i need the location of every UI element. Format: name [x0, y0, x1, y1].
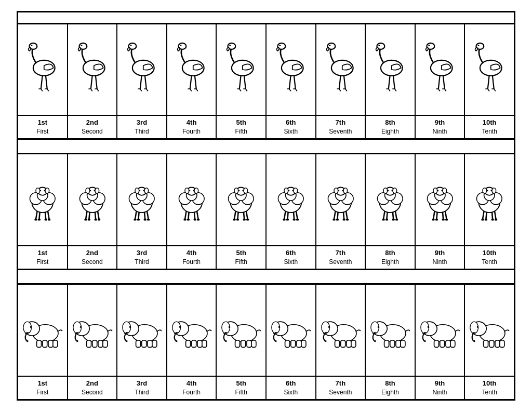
label-cell-6: 6thSixth	[267, 377, 316, 399]
animal-cell-3	[117, 285, 167, 376]
svg-rect-219	[495, 218, 497, 220]
label-cell-4: 4thFourth	[167, 116, 217, 138]
animal-cell-9	[416, 285, 466, 376]
label-cell-6: 6thSixth	[267, 116, 316, 138]
label-cell-5: 5thFifth	[217, 377, 267, 399]
label-cell-4: 4thFourth	[167, 246, 217, 269]
animal-cell-2	[68, 285, 118, 376]
svg-point-175	[393, 188, 397, 193]
svg-rect-297	[489, 340, 494, 347]
svg-rect-256	[235, 340, 240, 347]
svg-line-215	[495, 211, 496, 219]
svg-rect-64	[38, 218, 41, 220]
svg-point-143	[292, 190, 294, 191]
svg-line-28	[289, 75, 291, 89]
svg-rect-97	[134, 218, 137, 220]
svg-line-198	[445, 211, 447, 219]
svg-line-49	[493, 75, 494, 89]
animal-cell-4	[167, 24, 217, 115]
animal-cell-9	[416, 24, 466, 115]
animal-cell-5	[217, 154, 267, 245]
svg-line-39	[393, 75, 395, 89]
svg-line-24	[244, 75, 246, 89]
svg-rect-250	[197, 340, 202, 347]
svg-line-145	[287, 212, 288, 219]
svg-line-94	[139, 212, 139, 219]
svg-point-92	[143, 190, 145, 191]
svg-line-164	[346, 211, 348, 219]
animal-cell-6	[267, 285, 316, 376]
svg-point-194	[441, 190, 443, 191]
svg-line-60	[39, 212, 39, 219]
svg-rect-227	[53, 340, 58, 347]
svg-rect-298	[495, 340, 500, 347]
animal-cell-7	[316, 285, 366, 376]
svg-point-75	[94, 190, 95, 191]
svg-line-19	[195, 75, 196, 89]
svg-rect-201	[442, 218, 444, 220]
animal-cell-8	[366, 285, 416, 376]
svg-rect-283	[401, 340, 405, 347]
label-cell-1: 1stFirst	[18, 116, 68, 138]
svg-rect-115	[187, 218, 190, 220]
svg-line-212	[483, 211, 484, 219]
svg-rect-291	[450, 340, 455, 347]
svg-rect-82	[94, 218, 97, 220]
svg-point-109	[193, 190, 194, 191]
svg-line-146	[294, 212, 294, 219]
label-cell-1: 1stFirst	[18, 246, 68, 269]
svg-line-162	[337, 212, 338, 219]
svg-line-130	[246, 211, 248, 219]
svg-line-180	[393, 212, 393, 219]
svg-rect-148	[283, 218, 285, 220]
svg-rect-296	[484, 340, 488, 347]
svg-rect-264	[285, 340, 290, 347]
svg-rect-149	[286, 218, 289, 220]
svg-point-141	[294, 188, 298, 193]
svg-rect-217	[485, 218, 487, 220]
label-cell-10: 10thTenth	[465, 377, 514, 399]
svg-rect-265	[291, 340, 296, 347]
animal-cell-3	[117, 154, 167, 245]
svg-rect-258	[247, 340, 251, 347]
svg-rect-134	[246, 218, 249, 220]
svg-rect-274	[347, 340, 351, 347]
flamingo-label-row: 1stFirst2ndSecond3rdThird4thFourth5thFif…	[18, 116, 514, 138]
svg-rect-100	[147, 218, 150, 220]
svg-line-44	[443, 75, 445, 89]
svg-line-59	[36, 211, 37, 219]
svg-line-110	[185, 211, 187, 219]
svg-rect-202	[445, 218, 448, 220]
page-title	[18, 12, 514, 24]
svg-rect-299	[500, 340, 504, 347]
svg-rect-242	[148, 340, 152, 347]
svg-rect-83	[98, 218, 100, 220]
svg-point-107	[194, 188, 198, 193]
svg-rect-226	[48, 340, 53, 347]
animal-cell-5	[217, 24, 267, 115]
svg-rect-185	[395, 218, 398, 220]
svg-point-73	[95, 188, 99, 193]
svg-rect-66	[48, 218, 50, 220]
svg-point-174	[383, 188, 388, 193]
svg-rect-233	[92, 340, 97, 347]
svg-line-4	[46, 75, 47, 89]
svg-point-90	[144, 188, 149, 193]
svg-line-113	[197, 211, 198, 219]
label-cell-8: 8thEighth	[366, 116, 416, 138]
flamingo-animal-row	[18, 24, 514, 116]
svg-line-144	[284, 211, 286, 219]
svg-point-89	[135, 188, 139, 193]
svg-rect-200	[435, 218, 438, 220]
svg-line-178	[383, 211, 385, 219]
svg-line-79	[98, 211, 99, 219]
animal-cell-10	[465, 24, 514, 115]
label-cell-6: 6thSixth	[267, 246, 316, 269]
svg-rect-133	[243, 218, 246, 220]
svg-point-223	[30, 326, 32, 327]
svg-rect-288	[434, 340, 438, 347]
animal-cell-1	[18, 154, 68, 245]
animal-cell-4	[167, 154, 217, 245]
svg-line-161	[334, 211, 336, 219]
svg-rect-282	[396, 340, 401, 347]
